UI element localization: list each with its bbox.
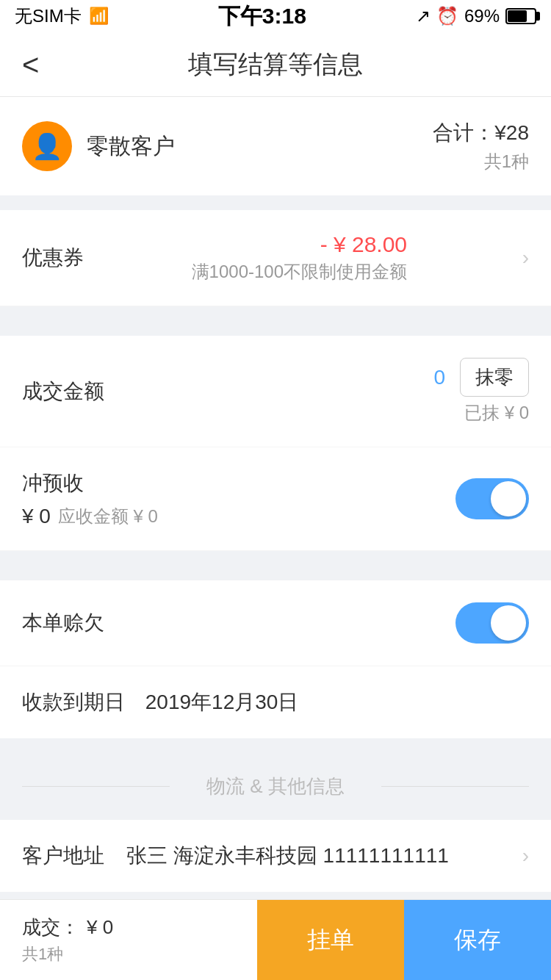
total-count: 共1种 — [433, 150, 529, 173]
due-date-row: 收款到期日 2019年12月30日 — [0, 666, 551, 738]
logistics-text: 物流 & 其他信息 — [206, 774, 345, 799]
coupon-label: 优惠券 — [22, 244, 84, 272]
prepay-amount: ¥ 0 — [22, 505, 51, 528]
battery-percent: 69% — [464, 6, 500, 26]
coupon-sub: 满1000-100不限制使用金额 — [192, 260, 407, 284]
section-divider-1 — [0, 321, 551, 336]
save-button[interactable]: 保存 — [404, 900, 551, 981]
customer-name: 零散客户 — [87, 131, 175, 162]
back-button[interactable]: < — [22, 50, 39, 79]
round-button[interactable]: 抹零 — [460, 358, 529, 397]
customer-card: 👤 零散客户 合计：¥28 共1种 — [0, 97, 551, 195]
status-time: 下午3:18 — [218, 1, 306, 32]
debt-row: 本单赊欠 — [0, 580, 551, 666]
address-label: 客户地址 — [22, 842, 104, 870]
deal-amount-label: 成交金额 — [22, 378, 104, 406]
prepay-sub: 应收金额 ¥ 0 — [58, 505, 158, 528]
status-left: 无SIM卡 📶 — [15, 4, 109, 28]
bottom-bar: 成交： ¥ 0 共1种 挂单 保存 — [0, 899, 551, 980]
deal-amount-right: 0 抹零 已抹 ¥ 0 — [433, 358, 529, 425]
page-title: 填写结算等信息 — [188, 48, 363, 82]
coupon-right: - ¥ 28.00 满1000-100不限制使用金额 — [192, 232, 407, 284]
avatar: 👤 — [22, 121, 72, 171]
debt-card: 本单赊欠 收款到期日 2019年12月30日 — [0, 580, 551, 738]
sim-label: 无SIM卡 — [15, 4, 82, 28]
status-right: ↗ ⏰ 69% — [416, 6, 536, 26]
chevron-right-icon: › — [522, 246, 529, 270]
deal-amount-value: 0 — [433, 366, 445, 389]
pending-button[interactable]: 挂单 — [257, 900, 404, 981]
total-amount: 合计：¥28 — [433, 119, 529, 147]
logistics-divider: 物流 & 其他信息 — [0, 753, 551, 820]
customer-right: 合计：¥28 共1种 — [433, 119, 529, 173]
customer-left: 👤 零散客户 — [22, 121, 175, 171]
deal-amount-row: 成交金额 0 抹零 已抹 ¥ 0 — [0, 336, 551, 447]
deal-amount-card: 成交金额 0 抹零 已抹 ¥ 0 冲预收 ¥ 0 应收金额 ¥ 0 — [0, 336, 551, 551]
section-divider-2 — [0, 566, 551, 580]
deal-amount-top: 0 抹零 — [433, 358, 529, 397]
prepay-label: 冲预收 — [22, 469, 158, 497]
address-card[interactable]: 客户地址 张三 海淀永丰科技园 11111111111 › — [0, 820, 551, 892]
address-row[interactable]: 客户地址 张三 海淀永丰科技园 11111111111 › — [0, 820, 551, 892]
location-icon: ↗ — [416, 6, 431, 26]
status-bar: 无SIM卡 📶 下午3:18 ↗ ⏰ 69% — [0, 0, 551, 32]
nav-bar: < 填写结算等信息 — [0, 32, 551, 97]
alarm-icon: ⏰ — [436, 6, 458, 26]
avatar-icon: 👤 — [32, 131, 62, 161]
due-date-value: 2019年12月30日 — [145, 691, 299, 713]
debt-label: 本单赊欠 — [22, 609, 104, 637]
bottom-deal-label: 成交： — [22, 915, 79, 940]
coupon-discount: - ¥ 28.00 — [320, 232, 407, 257]
prepay-left: 冲预收 ¥ 0 应收金额 ¥ 0 — [22, 469, 158, 528]
customer-row: 👤 零散客户 合计：¥28 共1种 — [0, 97, 551, 195]
deal-amount-sub: 已抹 ¥ 0 — [464, 401, 529, 425]
toggle-knob — [491, 481, 526, 516]
battery-icon — [505, 8, 536, 24]
bottom-deal-amount: ¥ 0 — [87, 916, 113, 939]
coupon-row[interactable]: 优惠券 - ¥ 28.00 满1000-100不限制使用金额 › — [0, 210, 551, 306]
debt-toggle[interactable] — [455, 602, 529, 644]
due-date-label: 收款到期日 — [22, 691, 125, 713]
prepay-toggle[interactable] — [455, 478, 529, 519]
coupon-card[interactable]: 优惠券 - ¥ 28.00 满1000-100不限制使用金额 › — [0, 210, 551, 306]
prepay-values: ¥ 0 应收金额 ¥ 0 — [22, 502, 158, 528]
prepay-row: 冲预收 ¥ 0 应收金额 ¥ 0 — [0, 447, 551, 551]
content: 👤 零散客户 合计：¥28 共1种 优惠券 - ¥ 28.00 满1000-10… — [0, 97, 551, 980]
address-value: 张三 海淀永丰科技园 11111111111 — [126, 842, 493, 870]
bottom-info: 成交： ¥ 0 共1种 — [0, 915, 257, 965]
address-chevron-icon: › — [522, 844, 529, 868]
bottom-count: 共1种 — [22, 943, 235, 965]
debt-toggle-knob — [491, 605, 526, 641]
wifi-icon: 📶 — [89, 7, 109, 26]
